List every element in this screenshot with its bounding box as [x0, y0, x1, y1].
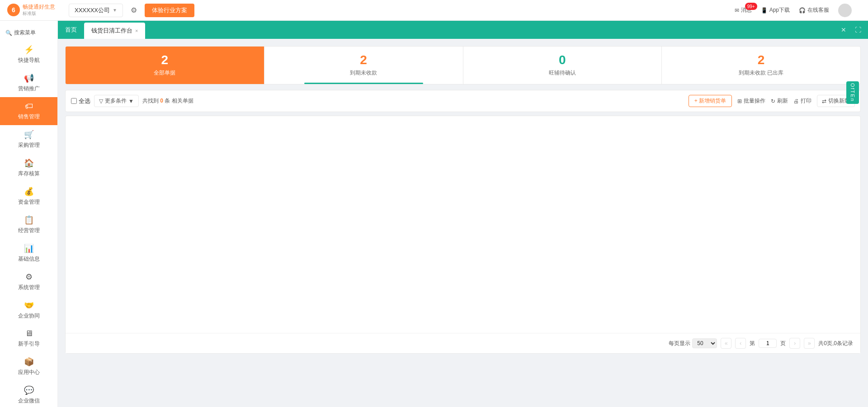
print-icon: 🖨 [793, 98, 799, 104]
online-service-label: 在线客服 [807, 6, 829, 14]
nav-close-button[interactable]: ✕ [837, 23, 850, 36]
service-icon: 🎧 [799, 7, 806, 14]
sidebar-label-basic-info: 基础信息 [18, 255, 40, 263]
sidebar-item-inventory[interactable]: 🏠 库存核算 [0, 154, 57, 182]
card-wangpu-label: 旺辅待确认 [469, 69, 656, 77]
active-tab-label: 钱货日清工作台 [91, 27, 132, 35]
logo-text: 畅捷通好生意 [23, 4, 55, 10]
sidebar-item-capital[interactable]: 💰 资金管理 [0, 182, 57, 211]
page-size-label: 每页显示 [669, 340, 690, 347]
found-count: 0 [160, 98, 163, 104]
toolbar: 全选 ▽ 更多条件 ▼ 共找到 0 条 相关单据 + 新增销货单 ⊞ 批量操作 … [65, 90, 861, 112]
sidebar-item-marketing[interactable]: 📢 营销推广 [0, 69, 57, 97]
sidebar-label-capital: 资金管理 [18, 198, 40, 206]
refresh-icon: ↻ [771, 98, 775, 104]
quick-nav-icon: ⚡ [24, 45, 34, 55]
purchase-icon: 🛒 [24, 130, 34, 140]
card-overdue-out[interactable]: 2 到期未收款 已出库 [662, 47, 860, 84]
chevron-down-icon: ▼ [113, 8, 117, 13]
add-sales-order-button[interactable]: + 新增销货单 [689, 95, 732, 107]
search-menu-button[interactable]: 🔍 搜索菜单 [0, 25, 57, 40]
header-right: ✉ 消息 99+ 📱 App下载 🎧 在线客服 [735, 4, 861, 17]
refresh-button[interactable]: ↻ 刷新 [771, 97, 788, 105]
logo-text-block: 畅捷通好生意 标准版 [23, 4, 55, 16]
next-page-button[interactable]: › [789, 338, 800, 349]
first-page-button[interactable]: « [721, 338, 731, 349]
online-service-button[interactable]: 🎧 在线客服 [799, 6, 829, 14]
trial-button[interactable]: 体验行业方案 [145, 4, 194, 17]
card-overdue-out-number: 2 [667, 54, 855, 66]
tab-active[interactable]: 钱货日清工作台 × [84, 23, 145, 39]
enterprise-icon: 🤝 [24, 300, 34, 310]
settings-button[interactable]: ⚙ [127, 3, 141, 18]
avatar[interactable] [838, 4, 852, 17]
summary-cards: 2 全部单据 2 到期未收款 0 旺辅待确认 2 到期未收款 已出库 [65, 46, 861, 84]
logo-sub: 标准版 [23, 10, 55, 17]
page-size-select[interactable]: 50 100 200 [692, 338, 717, 348]
filter-label: 更多条件 [105, 97, 127, 105]
sidebar-item-quick-nav[interactable]: ⚡ 快捷导航 [0, 40, 57, 69]
sidebar-item-wechat[interactable]: 💬 企业微信 [0, 381, 57, 407]
prev-page-button[interactable]: ‹ [735, 338, 746, 349]
card-underline [304, 83, 423, 84]
last-page-button[interactable]: » [804, 338, 815, 349]
card-overdue[interactable]: 2 到期未收款 [264, 47, 463, 84]
sidebar-label-enterprise: 企业协同 [18, 312, 40, 320]
sidebar-label-guide: 新手引导 [18, 340, 40, 348]
message-icon: ✉ [735, 7, 739, 14]
sidebar-item-sales[interactable]: 🏷 销售管理 [0, 97, 57, 125]
sidebar: 🔍 搜索菜单 ⚡ 快捷导航 📢 营销推广 🏷 销售管理 🛒 采购管理 🏠 库存核… [0, 21, 58, 407]
app-download-button[interactable]: 📱 App下载 [761, 6, 790, 14]
marketing-icon: 📢 [24, 73, 34, 83]
sidebar-item-app-center[interactable]: 📦 应用中心 [0, 352, 57, 381]
company-selector[interactable]: XXXXXX公司 ▼ [69, 4, 123, 17]
switch-icon: ⇄ [822, 98, 826, 104]
sidebar-item-purchase[interactable]: 🛒 采购管理 [0, 125, 57, 154]
batch-operations-button[interactable]: ⊞ 批量操作 [737, 97, 765, 105]
batch-icon: ⊞ [737, 98, 742, 104]
page-label: 第 [750, 340, 755, 347]
filter-button[interactable]: ▽ 更多条件 ▼ [94, 95, 139, 107]
sidebar-label-sales: 销售管理 [18, 113, 40, 121]
messages-button[interactable]: ✉ 消息 99+ [735, 6, 752, 14]
batch-label: 批量操作 [744, 97, 765, 105]
select-all-label: 全选 [79, 97, 90, 105]
sidebar-label-quick-nav: 快捷导航 [18, 56, 40, 64]
select-all-input[interactable] [71, 98, 77, 104]
guide-icon: 🖥 [25, 329, 33, 338]
print-button[interactable]: 🖨 打印 [793, 97, 811, 105]
sales-icon: 🏷 [25, 102, 33, 111]
sidebar-label-wechat: 企业微信 [18, 397, 40, 405]
capital-icon: 💰 [24, 187, 34, 196]
card-wangpu-number: 0 [469, 54, 656, 66]
sidebar-top: 🔍 搜索菜单 ⚡ 快捷导航 📢 营销推广 🏷 销售管理 🛒 采购管理 🏠 库存核… [0, 21, 57, 407]
tab-home[interactable]: 首页 [58, 21, 84, 39]
select-all-checkbox[interactable]: 全选 [71, 97, 90, 105]
page-suffix: 页 [780, 340, 786, 347]
sidebar-label-operations: 经营管理 [18, 227, 40, 234]
sidebar-item-guide[interactable]: 🖥 新手引导 [0, 324, 57, 352]
card-all[interactable]: 2 全部单据 [66, 47, 264, 84]
nav-maximize-button[interactable]: ⛶ [852, 23, 864, 36]
card-wangpu[interactable]: 0 旺辅待确认 [463, 47, 662, 84]
page-number-input[interactable] [759, 339, 777, 348]
found-text: 共找到 0 条 相关单据 [142, 97, 193, 105]
sidebar-item-system[interactable]: ⚙ 系统管理 [0, 267, 57, 296]
wechat-icon: 💬 [24, 385, 34, 395]
sidebar-label-purchase: 采购管理 [18, 141, 40, 149]
toolbar-right: + 新增销货单 ⊞ 批量操作 ↻ 刷新 🖨 打印 ⇄ 切换新版 [689, 95, 855, 107]
total-text: 共0页,0条记录 [818, 340, 853, 347]
tab-close-icon[interactable]: × [135, 28, 138, 33]
nav-right-actions: ✕ ⛶ [837, 23, 868, 36]
refresh-label: 刷新 [777, 97, 788, 105]
sidebar-item-basic-info[interactable]: 📊 基础信息 [0, 239, 57, 267]
filter-icon: ▽ [99, 98, 103, 104]
sidebar-item-operations[interactable]: 📋 经营管理 [0, 211, 57, 239]
app-download-label: App下载 [769, 6, 790, 14]
pagination-bar: 每页显示 50 100 200 « ‹ 第 页 › » 共0页,0条记录 [66, 333, 860, 353]
app-center-icon: 📦 [24, 357, 34, 367]
sidebar-label-marketing: 营销推广 [18, 85, 40, 93]
system-icon: ⚙ [25, 272, 33, 282]
often-badge[interactable]: OfTEn [846, 81, 859, 104]
sidebar-item-enterprise[interactable]: 🤝 企业协同 [0, 296, 57, 324]
